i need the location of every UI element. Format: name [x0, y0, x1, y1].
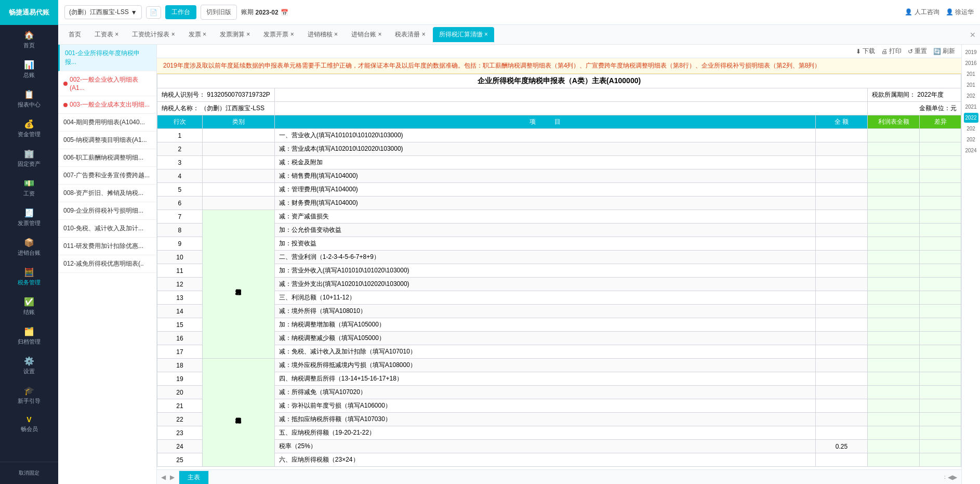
row-diff[interactable]: [920, 291, 961, 305]
sidebar-item-close[interactable]: ✅ 结账: [0, 292, 58, 321]
sub-item-012[interactable]: 012-减免所得税优惠明细表(..: [58, 255, 156, 273]
bottom-tab-main[interactable]: 主表: [179, 470, 209, 484]
row-amount[interactable]: [816, 359, 868, 372]
row-profit[interactable]: [868, 453, 920, 467]
row-amount[interactable]: [816, 332, 868, 345]
tab-invoice-open[interactable]: 发票开票 ×: [257, 27, 300, 42]
row-diff[interactable]: [920, 426, 961, 440]
row-diff[interactable]: [920, 332, 961, 345]
sub-item-008[interactable]: 008-资产折旧、摊销及纳税...: [58, 185, 156, 202]
tab-salary-stats[interactable]: 工资统计报表 ×: [126, 27, 181, 42]
row-amount[interactable]: [816, 142, 868, 156]
row-diff[interactable]: [920, 129, 961, 142]
row-diff[interactable]: [920, 345, 961, 359]
next-tab-button[interactable]: ▶: [170, 474, 175, 481]
row-amount[interactable]: [816, 278, 868, 291]
sub-item-001[interactable]: 001-企业所得税年度纳税申报...: [58, 45, 156, 71]
scroll-right-button[interactable]: ▶: [952, 474, 957, 481]
row-amount[interactable]: [816, 386, 868, 399]
sub-item-009[interactable]: 009-企业所得税补亏损明细...: [58, 202, 156, 220]
switch-button[interactable]: 切到旧版: [201, 5, 237, 20]
row-amount[interactable]: [816, 345, 868, 359]
sidebar-item-assets[interactable]: 🏢 固定资产: [0, 143, 58, 173]
row-diff[interactable]: [920, 386, 961, 399]
tab-close-button[interactable]: ✕: [970, 31, 976, 39]
row-profit[interactable]: [868, 399, 920, 413]
row-amount[interactable]: [816, 264, 868, 278]
row-amount[interactable]: 0.25: [816, 440, 868, 453]
row-amount[interactable]: [816, 413, 868, 426]
row-profit[interactable]: [868, 386, 920, 399]
tab-salary[interactable]: 工资表 ×: [88, 27, 125, 42]
sidebar-item-home[interactable]: 🏠 首页: [0, 25, 58, 55]
sub-item-006[interactable]: 006-职工薪酬纳税调整明细...: [58, 149, 156, 167]
row-amount[interactable]: [816, 210, 868, 224]
row-amount[interactable]: [816, 169, 868, 183]
sub-item-010[interactable]: 010-免税、减计收入及加计...: [58, 220, 156, 238]
print-button[interactable]: 🖨 打印: [881, 47, 902, 56]
user-info[interactable]: 👤 徐运华: [946, 8, 974, 17]
row-profit[interactable]: [868, 224, 920, 237]
sidebar-item-salary[interactable]: 💵 工资: [0, 173, 58, 203]
sidebar-item-purchase[interactable]: 📦 进销台账: [0, 232, 58, 262]
row-profit[interactable]: [868, 237, 920, 251]
row-amount[interactable]: [816, 318, 868, 332]
row-diff[interactable]: [920, 359, 961, 372]
row-diff[interactable]: [920, 197, 961, 210]
row-diff[interactable]: [920, 372, 961, 386]
sidebar-item-settings[interactable]: ⚙️ 设置: [0, 351, 58, 381]
year-201a[interactable]: 201: [964, 69, 978, 79]
year-2019[interactable]: 2019: [964, 47, 978, 57]
sidebar-item-vip[interactable]: V 畅会员: [0, 410, 58, 438]
row-amount[interactable]: [816, 251, 868, 264]
row-amount[interactable]: [816, 305, 868, 318]
tab-tax-table[interactable]: 税表清册 ×: [389, 27, 431, 42]
row-profit[interactable]: [868, 264, 920, 278]
ai-service[interactable]: 👤 人工咨询: [905, 8, 939, 17]
row-profit[interactable]: [868, 332, 920, 345]
reset-button[interactable]: ↺ 重置: [908, 47, 927, 56]
row-diff[interactable]: [920, 169, 961, 183]
refresh-button[interactable]: 🔄 刷新: [933, 47, 955, 56]
year-202b[interactable]: 202: [964, 124, 978, 134]
row-amount[interactable]: [816, 237, 868, 251]
year-202c[interactable]: 202: [964, 135, 978, 145]
row-profit[interactable]: [868, 129, 920, 142]
row-diff[interactable]: [920, 305, 961, 318]
row-diff[interactable]: [920, 318, 961, 332]
tab-purchase-audit[interactable]: 进销稽核 ×: [301, 27, 344, 42]
row-diff[interactable]: [920, 440, 961, 453]
row-profit[interactable]: [868, 278, 920, 291]
workbench-button[interactable]: 工作台: [165, 5, 196, 19]
unpin-button[interactable]: 取消固定: [0, 466, 58, 480]
row-amount[interactable]: [816, 129, 868, 142]
row-diff[interactable]: [920, 183, 961, 197]
company-selector[interactable]: (勿删）江西服宝-LSS ▼: [64, 5, 142, 19]
row-diff[interactable]: [920, 142, 961, 156]
row-amount[interactable]: [816, 183, 868, 197]
row-diff[interactable]: [920, 237, 961, 251]
row-amount[interactable]: [816, 453, 868, 467]
row-profit[interactable]: [868, 440, 920, 453]
row-diff[interactable]: [920, 156, 961, 169]
row-diff[interactable]: [920, 453, 961, 467]
row-profit[interactable]: [868, 291, 920, 305]
row-diff[interactable]: [920, 251, 961, 264]
year-2024[interactable]: 2024: [964, 146, 978, 155]
row-diff[interactable]: [920, 224, 961, 237]
scroll-left-button[interactable]: ◀: [948, 474, 952, 481]
tab-home[interactable]: 首页: [62, 27, 87, 42]
tab-invoice[interactable]: 发票 ×: [182, 27, 213, 42]
year-2021[interactable]: 2021: [964, 102, 978, 112]
doc-button[interactable]: 📄: [146, 6, 161, 19]
row-profit[interactable]: [868, 156, 920, 169]
table-wrapper[interactable]: 企业所得税年度纳税申报表（A类）主表(A100000) 纳税人识别号： 9132…: [157, 74, 961, 469]
download-button[interactable]: ⬇ 下载: [856, 47, 875, 56]
row-amount[interactable]: [816, 372, 868, 386]
row-profit[interactable]: [868, 318, 920, 332]
sidebar-item-tax[interactable]: 🧮 税务管理: [0, 262, 58, 292]
prev-tab-button[interactable]: ◀: [161, 474, 166, 481]
row-amount[interactable]: [816, 291, 868, 305]
tab-income-tax[interactable]: 所得税汇算清缴 ×: [433, 27, 494, 42]
row-profit[interactable]: [868, 426, 920, 440]
